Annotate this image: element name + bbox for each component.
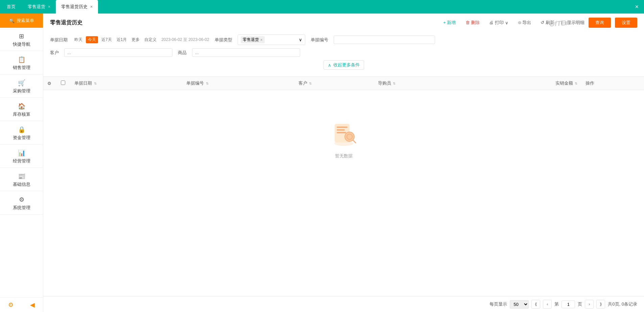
sidebar-item-sales-mgmt[interactable]: 📋 销售管理 [0, 51, 43, 74]
doc-number-label: 单据编号 [311, 37, 328, 43]
content-area: 零售退货历史 + 新增 🗑 删除 🖨 打印 ∨ ⊙ 导出 ↺ 刷新 显示明细 查… [43, 14, 644, 312]
inventory-icon: 🏠 [18, 103, 25, 110]
page-size-select[interactable]: 20 50 100 [510, 300, 529, 309]
total-info: 共0页, 0条记录 [608, 301, 637, 307]
sidebar: 🔍 搜索菜单 ⊞ 快捷导航 📋 销售管理 🛒 采购管理 🏠 库存核算 🔒 资金管… [0, 14, 43, 312]
purchase-icon: 🛒 [18, 79, 25, 87]
sort-icon-amount: ⇅ [575, 82, 577, 85]
tab-home[interactable]: 首页 [0, 0, 22, 14]
new-button[interactable]: + 新增 [440, 18, 458, 27]
customer-label: 客户 [50, 50, 59, 56]
doc-type-label: 单据类型 [215, 37, 232, 43]
date-btn-more[interactable]: 更多 [130, 36, 141, 43]
sidebar-item-operations[interactable]: 📊 经营管理 [0, 144, 43, 168]
tab-retail-return-history[interactable]: 零售退货历史 × [56, 0, 98, 14]
sidebar-item-label: 销售管理 [13, 65, 30, 71]
page-header: 零售退货历史 + 新增 🗑 删除 🖨 打印 ∨ ⊙ 导出 ↺ 刷新 显示明细 查… [43, 14, 644, 77]
date-shortcuts: 昨天 今天 近7天 近1月 更多 自定义 2023-06-02 至 2023-0… [73, 36, 209, 43]
print-chevron-icon: ∨ [505, 20, 508, 25]
svg-line-7 [353, 140, 356, 143]
date-btn-1month[interactable]: 近1月 [115, 36, 128, 43]
doc-type-tag: 零售退货 × [241, 36, 265, 43]
prev-page-button[interactable]: ‹ [543, 300, 552, 309]
settings-button[interactable]: 设置 [615, 18, 637, 28]
sidebar-item-inventory[interactable]: 🏠 库存核算 [0, 98, 43, 121]
sort-icon-guide: ⇅ [393, 82, 396, 85]
print-button[interactable]: 🖨 打印 ∨ [486, 18, 511, 27]
th-checkbox[interactable] [57, 77, 70, 90]
window-close-button[interactable]: × [635, 3, 639, 10]
tab-retail-return-close[interactable]: × [48, 4, 50, 9]
sidebar-item-quick-nav[interactable]: ⊞ 快捷导航 [0, 28, 43, 51]
sidebar-search[interactable]: 🔍 搜索菜单 [0, 14, 43, 28]
th-doc-number[interactable]: 单据编号 ⇅ [182, 77, 294, 90]
sidebar-item-label: 采购管理 [13, 88, 30, 94]
page-number-input[interactable] [562, 300, 575, 308]
show-detail-checkbox[interactable] [561, 21, 566, 25]
sort-icon-customer: ⇅ [309, 82, 312, 85]
empty-state: 暂无数据 [43, 90, 644, 186]
svg-rect-4 [337, 132, 346, 133]
date-btn-custom[interactable]: 自定义 [143, 36, 158, 43]
doc-type-chevron-icon: ∨ [299, 37, 302, 42]
next-page-button[interactable]: › [585, 300, 594, 309]
toolbar: + 新增 🗑 删除 🖨 打印 ∨ ⊙ 导出 ↺ 刷新 显示明细 查询 设置 [440, 18, 637, 28]
export-button[interactable]: ⊙ 导出 [515, 18, 534, 27]
date-btn-today[interactable]: 今天 [86, 36, 98, 43]
pagination-bar: 每页显示 20 50 100 ⟪ ‹ 第 页 › ⟫ 共0页, 0条记录 [43, 296, 644, 312]
select-all-checkbox[interactable] [61, 81, 65, 85]
date-label: 单据日期 [50, 37, 68, 43]
date-btn-yesterday[interactable]: 昨天 [73, 36, 84, 43]
sidebar-item-purchase-mgmt[interactable]: 🛒 采购管理 [0, 74, 43, 98]
empty-icon [329, 117, 359, 148]
tab-retail-return[interactable]: 零售退货 × [22, 0, 56, 14]
last-page-button[interactable]: ⟫ [596, 300, 605, 309]
sidebar-item-label: 快捷导航 [13, 41, 30, 47]
first-page-button[interactable]: ⟪ [531, 300, 540, 309]
sidebar-item-label: 库存核算 [13, 111, 30, 117]
th-guide[interactable]: 导购员 ⇅ [374, 77, 470, 90]
sidebar-bottom: ⚙ ◀ [0, 297, 43, 312]
collapse-sidebar-icon[interactable]: ◀ [30, 301, 35, 309]
doc-type-select[interactable]: 零售退货 × ∨ [238, 35, 305, 45]
quick-nav-icon: ⊞ [19, 32, 24, 40]
date-btn-7days[interactable]: 近7天 [100, 36, 113, 43]
page-label: 第 [554, 301, 559, 307]
th-action: 操作 [581, 77, 644, 90]
th-setting[interactable]: ⚙ [43, 77, 57, 90]
sidebar-item-label: 基础信息 [13, 181, 30, 187]
sidebar-item-base-info[interactable]: 📰 基础信息 [0, 168, 43, 191]
collapse-filter-button[interactable]: ∧ 收起更多条件 [324, 60, 364, 70]
operations-icon: 📊 [18, 149, 25, 157]
customer-input[interactable] [64, 48, 172, 57]
collapse-icon: ∧ [328, 63, 331, 68]
sidebar-item-finance[interactable]: 🔒 资金管理 [0, 121, 43, 144]
sort-icon-doc-number: ⇅ [206, 82, 209, 85]
sidebar-search-label: 搜索菜单 [17, 18, 34, 24]
delete-button[interactable]: 🗑 删除 [463, 18, 483, 27]
doc-type-tag-close[interactable]: × [260, 38, 263, 42]
tab-retail-return-history-close[interactable]: × [90, 4, 93, 9]
th-customer[interactable]: 客户 ⇅ [294, 77, 374, 90]
goods-input[interactable] [192, 48, 300, 57]
th-doc-date[interactable]: 单据日期 ⇅ [70, 77, 182, 90]
th-amount[interactable]: 实销金额 ⇅ [470, 77, 581, 90]
svg-rect-2 [337, 127, 348, 128]
query-button[interactable]: 查询 [589, 18, 611, 28]
sort-icon-doc-date: ⇅ [94, 82, 97, 85]
base-info-icon: 📰 [18, 173, 25, 180]
finance-icon: 🔒 [18, 126, 25, 133]
page-of-label: 页 [578, 301, 582, 307]
sidebar-item-label: 系统管理 [13, 205, 30, 211]
sidebar-item-label: 资金管理 [13, 135, 30, 141]
refresh-button[interactable]: ↺ 刷新 [538, 18, 557, 27]
goods-label: 商品 [178, 50, 187, 56]
doc-number-input[interactable] [334, 36, 435, 44]
show-detail-label[interactable]: 显示明细 [561, 20, 585, 26]
data-table: ⚙ 单据日期 ⇅ 单据编号 ⇅ 客户 ⇅ [43, 77, 644, 90]
page-title: 零售退货历史 [50, 19, 82, 26]
filter-area: 单据日期 昨天 今天 近7天 近1月 更多 自定义 2023-06-02 至 2… [50, 31, 637, 73]
sidebar-item-system-mgmt[interactable]: ⚙ 系统管理 [0, 191, 43, 215]
settings-bottom-icon[interactable]: ⚙ [8, 301, 14, 309]
system-icon: ⚙ [19, 196, 24, 203]
